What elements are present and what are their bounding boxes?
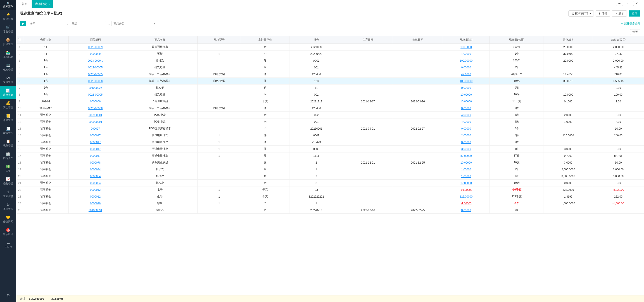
row-code[interactable]: 0023-00008 [68,105,122,112]
row-qty-main[interactable]: 1.00000 [443,173,490,180]
row-code[interactable]: 001000031 [68,207,122,214]
row-qty-main[interactable]: 0.00000 [443,84,490,91]
row-qty-main[interactable]: -1.00000 [443,200,490,207]
row-code[interactable]: 0023-00005 [68,71,122,78]
row-code[interactable]: 0000029 [68,200,122,207]
category-input[interactable] [112,21,152,26]
row-code[interactable]: 0023-0000... [68,57,122,64]
print-button[interactable]: 🖨 按模板打印 ▾ [568,11,594,17]
sidebar-item-retail[interactable]: 🛒 零售管理 [0,23,16,36]
settings-button[interactable]: 设置 [630,29,640,35]
row-qty-main[interactable]: 0.00000 [443,207,490,214]
row-code[interactable]: 0000029 [68,51,122,57]
sidebar-settings[interactable]: ⚙ [0,291,16,300]
row-code[interactable]: 0023-00005 [68,64,122,71]
row-qty-main[interactable]: 0.00000 [443,125,490,132]
row-qty-main[interactable]: 87.00000 [443,153,490,159]
row-spec: 1 [198,132,241,139]
row-qty-main[interactable]: 10.00000 [443,180,490,187]
sidebar-item-ecom[interactable]: 💻 电商管理 [0,61,16,74]
row-exp-date [393,84,443,91]
row-code[interactable]: 0000012 [68,193,122,200]
sidebar-item-fixed-assets[interactable]: 🏢 固定资产 [0,149,16,162]
sidebar-search[interactable]: 🔍 搜索菜单 [0,0,16,10]
row-code[interactable]: 0023-00009 [68,44,122,51]
sidebar-item-cloud[interactable]: ☁ 云应用 [0,238,16,251]
select-all-checkbox[interactable] [18,38,21,41]
sidebar-item-sys[interactable]: ⚙ 系统管理 [0,200,16,213]
row-qty-main[interactable]: 122.00000 [443,193,490,200]
sidebar-item-general[interactable]: 📒 总账管理 [0,111,16,124]
sidebar-item-mini-ecom[interactable]: 🏪 小额电商 [0,48,16,61]
row-code[interactable]: 0000084 [68,166,122,173]
row-unit: 瓶 [241,207,290,214]
product-input[interactable] [70,21,106,26]
row-qty-main[interactable]: 4.00000 [443,112,490,118]
row-code[interactable]: 001000026 [68,84,122,91]
row-qty-pack: 100斤 [490,57,544,64]
row-amount: 3,000.00 [593,173,644,180]
row-code[interactable]: 000900001 [68,118,122,125]
row-qty-main[interactable]: 100.00000 [443,57,490,64]
export-button[interactable]: ⬆ 导出 [596,11,610,17]
row-code[interactable]: 0000017 [68,132,122,139]
row-qty-main[interactable]: 49.6000 [443,71,490,78]
row-index: 10 [16,105,23,112]
row-qty-main[interactable]: 100.00000 [443,78,490,84]
sidebar-item-quick-nav[interactable]: ⚡ 快捷导航 [0,10,16,23]
query-button[interactable]: 查询 [628,11,640,17]
row-code[interactable]: 0000000 [68,98,122,105]
row-code[interactable]: 0000017 [68,153,122,159]
tab-inventory-batch[interactable]: 库存批次 × [32,0,53,8]
row-qty-main[interactable]: 2.00000 [443,132,490,139]
row-cost: 20.0000 [544,44,593,51]
row-code[interactable]: 0000017 [68,146,122,153]
sidebar-item-guide[interactable]: 🎯 新手引导 [0,226,16,238]
row-qty-main[interactable]: 10.00000 [443,91,490,98]
sidebar-item-tax[interactable]: 📋 税务管理 [0,137,16,149]
maximize-button[interactable]: □ [625,1,631,6]
expand-conditions-btn[interactable]: ▼ 展开更多条件 [621,22,640,26]
row-qty-main[interactable]: 1.00000 [443,51,490,57]
sidebar-item-wholesale[interactable]: 📦 批发管理 [0,36,16,48]
row-code[interactable]: 000097 [68,125,122,132]
row-code[interactable]: 0000078 [68,159,122,166]
row-code[interactable]: 000900001 [68,112,122,118]
row-qty-main[interactable]: 3.00000 [443,146,490,153]
sidebar-item-collab[interactable]: 🤝 企业协同 [0,213,16,226]
sidebar-item-purchase[interactable]: 🛍 采购管理 [0,74,16,86]
tab-close-icon[interactable]: × [49,3,50,6]
row-qty-main[interactable]: 100.0000 [443,44,490,51]
minimize-button[interactable]: ─ [616,1,623,6]
close-button[interactable]: ✕ [633,1,640,6]
warehouse-input[interactable] [28,21,64,26]
sidebar-item-payroll[interactable]: 💵 工资 [0,162,16,175]
table-container[interactable]: 仓库名称 商品编码 商品名称 规格型号 主计量单位 批号 生产日期 失效日期 现… [16,36,644,295]
row-prod-date [343,187,393,193]
row-qty-main[interactable]: -16.00000 [443,187,490,193]
sidebar-item-inventory[interactable]: 📊 库存核算 [0,86,16,99]
row-code[interactable]: 0023-00005 [68,91,122,98]
row-code[interactable]: 0000017 [68,139,122,146]
sidebar-item-base-info[interactable]: ℹ 基础信息 [0,188,16,200]
row-qty-main[interactable]: 0.00000 [443,64,490,71]
sidebar-item-finance[interactable]: 💰 资金管理 [0,99,16,111]
row-qty-main[interactable]: 4.00000 [443,118,490,125]
tab-home[interactable]: 首页 [18,0,32,8]
row-qty-main[interactable]: 10.00000 [443,159,490,166]
row-qty-main[interactable]: 0.00000 [443,105,490,112]
row-unit: 件 [241,139,290,146]
filter-expand-btn[interactable]: ▶ [20,21,26,26]
row-code[interactable]: 0000084 [68,173,122,180]
show-button[interactable]: 👁 展示 [612,11,627,17]
row-code[interactable]: 0023-00008 [68,78,122,84]
row-batch: 11 [290,84,343,91]
tab-active-label: 库存批次 [35,2,47,6]
row-qty-main[interactable]: 10.00000 [443,98,490,105]
sidebar-item-ops[interactable]: 📈 经营管理 [0,175,16,188]
row-code[interactable]: 0000084 [68,180,122,187]
row-qty-main[interactable]: 1.00000 [443,166,490,173]
row-qty-main[interactable]: 0.00000 [443,139,490,146]
sidebar-item-invoice[interactable]: 🧾 发票管理 [0,124,16,137]
row-code[interactable]: 0000012 [68,187,122,193]
